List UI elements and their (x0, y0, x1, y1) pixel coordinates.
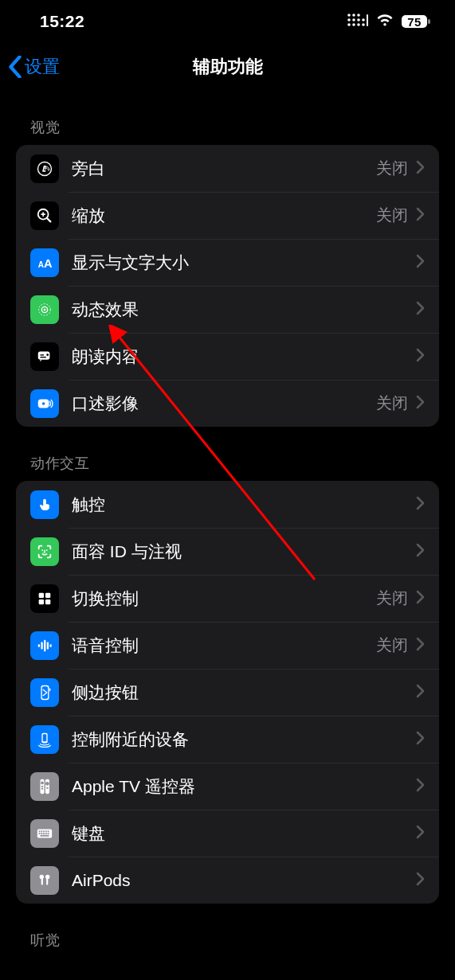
svg-rect-13 (428, 19, 430, 24)
back-button[interactable]: 设置 (8, 55, 60, 79)
row-label: 触控 (72, 494, 416, 516)
chevron-right-icon (416, 590, 425, 607)
settings-row-voice-control[interactable]: 语音控制关闭 (16, 622, 439, 669)
row-value: 关闭 (376, 392, 408, 414)
nearby-icon (30, 725, 59, 754)
settings-row-nearby[interactable]: 控制附近的设备 (16, 716, 439, 763)
settings-row-spoken[interactable]: 朗读内容 (16, 333, 439, 380)
settings-row-voiceover[interactable]: 旁白关闭 (16, 145, 439, 192)
section-header: 听觉 (30, 931, 439, 950)
settings-row-touch[interactable]: 触控 (16, 481, 439, 528)
audiodesc-icon (30, 389, 59, 418)
faceid-icon (30, 537, 59, 566)
airpods-icon (30, 866, 59, 895)
chevron-right-icon (416, 825, 425, 842)
svg-point-30 (42, 402, 45, 405)
svg-point-4 (347, 18, 351, 21)
signal-icon (347, 12, 369, 31)
svg-rect-62 (43, 833, 45, 834)
chevron-right-icon (416, 348, 425, 365)
settings-row-display-text[interactable]: AA显示与文字大小 (16, 239, 439, 286)
row-label: AirPods (72, 871, 416, 890)
row-label: 面容 ID 与注视 (72, 541, 416, 563)
svg-rect-38 (41, 642, 42, 649)
voiceover-icon (30, 154, 59, 183)
svg-rect-44 (49, 688, 50, 691)
row-label: 语音控制 (72, 634, 376, 657)
motion-icon (30, 295, 59, 324)
svg-rect-55 (39, 830, 41, 832)
keyboard-icon (30, 819, 59, 848)
svg-rect-46 (43, 734, 47, 741)
svg-rect-27 (41, 357, 46, 357)
settings-row-side-button[interactable]: 侧边按钮 (16, 669, 439, 716)
svg-rect-11 (367, 14, 368, 26)
status-indicators: 75 (347, 12, 431, 31)
textsize-icon: AA (30, 248, 59, 277)
svg-rect-40 (47, 642, 49, 649)
battery-indicator: 75 (401, 14, 431, 29)
svg-text:A: A (44, 256, 53, 269)
wifi-icon (376, 12, 394, 31)
svg-point-8 (347, 14, 351, 17)
settings-row-airpods[interactable]: AirPods (16, 857, 439, 904)
svg-rect-65 (41, 834, 49, 836)
settings-row-keyboard[interactable]: 键盘 (16, 810, 439, 857)
svg-rect-50 (41, 787, 43, 789)
svg-rect-35 (39, 599, 44, 603)
settings-card: 触控面容 ID 与注视切换控制关闭语音控制关闭侧边按钮控制附近的设备Apple … (16, 481, 439, 904)
svg-point-5 (352, 18, 355, 21)
svg-rect-64 (48, 833, 49, 834)
chevron-right-icon (416, 160, 425, 178)
chevron-right-icon (416, 637, 425, 654)
settings-row-faceid[interactable]: 面容 ID 与注视 (16, 528, 439, 575)
status-time: 15:22 (40, 12, 84, 31)
svg-point-0 (347, 23, 351, 26)
svg-rect-41 (49, 644, 51, 647)
touch-icon (30, 490, 59, 519)
svg-point-32 (46, 549, 48, 551)
nav-bar: 设置 辅助功能 (0, 43, 455, 91)
row-label: 控制附近的设备 (72, 728, 416, 751)
chevron-left-icon (8, 56, 22, 78)
settings-row-audio-desc[interactable]: 口述影像关闭 (16, 380, 439, 427)
switch-icon (30, 584, 59, 613)
battery-percent: 75 (402, 15, 426, 29)
svg-point-10 (357, 14, 360, 17)
chevron-right-icon (416, 395, 425, 412)
settings-card: 旁白关闭缩放关闭AA显示与文字大小动态效果朗读内容口述影像关闭 (16, 145, 439, 427)
svg-rect-63 (45, 833, 47, 834)
chevron-right-icon (416, 254, 425, 271)
row-label: Apple TV 遥控器 (72, 775, 416, 798)
svg-rect-56 (41, 830, 42, 832)
row-label: 旁白 (72, 158, 376, 180)
svg-rect-60 (39, 833, 41, 834)
settings-row-appletv[interactable]: Apple TV 遥控器 (16, 763, 439, 810)
tvremote-icon (30, 772, 59, 801)
chevron-right-icon (416, 301, 425, 318)
status-bar: 15:22 75 (0, 0, 455, 43)
svg-point-9 (352, 14, 355, 17)
chevron-right-icon (416, 872, 425, 889)
row-label: 动态效果 (72, 299, 416, 321)
page-title: 辅助功能 (0, 55, 455, 79)
row-label: 口述影像 (72, 392, 376, 415)
svg-point-48 (41, 781, 44, 784)
row-label: 显示与文字大小 (72, 252, 416, 274)
voicectrl-icon (30, 631, 59, 660)
svg-rect-58 (45, 830, 47, 832)
svg-rect-53 (46, 787, 48, 788)
speech-icon (30, 342, 59, 371)
settings-row-switch-control[interactable]: 切换控制关闭 (16, 575, 439, 622)
svg-point-7 (362, 18, 365, 21)
svg-point-6 (357, 18, 360, 21)
settings-row-motion[interactable]: 动态效果 (16, 286, 439, 333)
svg-point-3 (362, 23, 365, 26)
row-label: 朗读内容 (72, 346, 416, 368)
chevron-right-icon (416, 684, 425, 701)
back-label: 设置 (25, 55, 60, 79)
row-label: 缩放 (72, 205, 376, 227)
svg-point-2 (357, 23, 360, 26)
svg-point-24 (44, 308, 46, 310)
settings-row-zoom[interactable]: 缩放关闭 (16, 192, 439, 239)
